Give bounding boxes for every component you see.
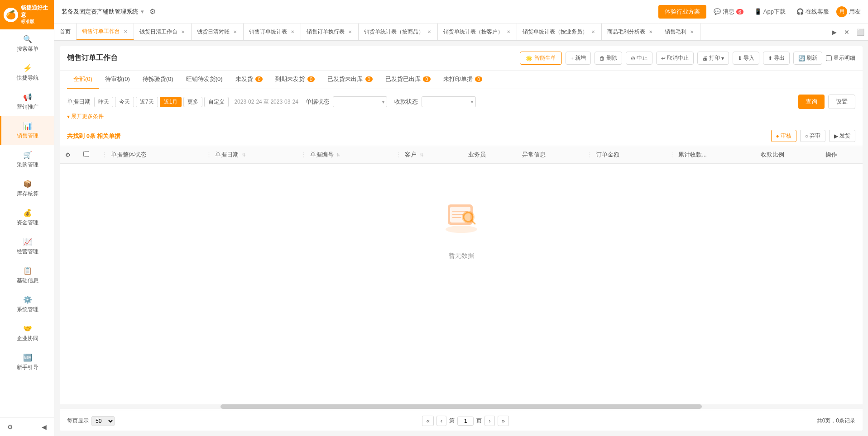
audit-button[interactable]: ● 审核 — [771, 130, 796, 142]
subtab-all[interactable]: 全部(0) — [67, 71, 99, 89]
select-all-checkbox[interactable] — [83, 151, 89, 157]
setting-button[interactable]: 设置 — [828, 95, 855, 109]
sidebar-item-quicknav[interactable]: ⚡ 快捷导航 — [0, 58, 54, 87]
sidebar-item-sales[interactable]: 📊 销售管理 — [0, 116, 54, 145]
tab-label: 销售订单工作台 — [82, 28, 120, 35]
tab-sales-summary-customer[interactable]: 销货单统计表（按客户） ✕ — [438, 24, 517, 40]
content-card: 销售订单工作台 🌟 智能生单 + 新增 🗑 删除 ⊘ — [60, 46, 863, 431]
tab-sales-summary-product[interactable]: 销货单统计表（按商品） ✕ — [359, 24, 438, 40]
tab-close-icon[interactable]: ✕ — [689, 29, 695, 35]
show-detail-checkbox[interactable] — [826, 55, 832, 61]
tab-cashflow-daily[interactable]: 钱货日清工作台 ✕ — [134, 24, 192, 40]
online-service-button[interactable]: 🎧 在线客服 — [793, 6, 833, 18]
subtab-shipped-not-out[interactable]: 已发货未出库 0 — [321, 71, 379, 89]
page-size-select[interactable]: 50 10 20 100 — [91, 416, 115, 426]
tab-close-icon[interactable]: ✕ — [347, 29, 353, 35]
sidebar-item-purchase[interactable]: 🛒 采购管理 — [0, 145, 54, 174]
tab-close-all-button[interactable]: ✕ — [840, 27, 853, 38]
show-detail-checkbox-label[interactable]: 显示明细 — [826, 54, 855, 62]
date-btn-custom[interactable]: 自定义 — [204, 97, 229, 107]
settings-button[interactable]: ⚙ — [4, 422, 17, 432]
col-status: ⋮ 单据整体状态 — [96, 146, 201, 164]
sidebar-item-search[interactable]: 🔍 搜索菜单 — [0, 29, 54, 58]
payment-select[interactable] — [422, 96, 476, 107]
content-header: 销售订单工作台 🌟 智能生单 + 新增 🗑 删除 ⊘ — [60, 46, 863, 71]
subtab-shipped-out[interactable]: 已发货已出库 0 — [379, 71, 437, 89]
tab-close-icon[interactable]: ✕ — [232, 29, 238, 35]
tab-close-icon[interactable]: ✕ — [123, 28, 128, 34]
tab-sales-summary-staff[interactable]: 销货单统计表（按业务员） ✕ — [517, 24, 602, 40]
stop-button[interactable]: ⊘ 中止 — [626, 52, 652, 65]
tab-sales-stats[interactable]: 销售订单统计表 ✕ — [244, 24, 301, 40]
refresh-button[interactable]: 🔄 刷新 — [793, 52, 822, 65]
message-button[interactable]: 💬 消息 6 — [710, 6, 747, 18]
status-select[interactable] — [333, 96, 387, 107]
column-settings-icon[interactable]: ⚙ — [65, 152, 71, 158]
collapse-sidebar-button[interactable]: ◀ — [38, 422, 50, 432]
cancel-audit-button[interactable]: ○ 弃审 — [800, 130, 825, 142]
date-btn-1month[interactable]: 近1月 — [160, 97, 182, 107]
tab-sales-workbench[interactable]: 销售订单工作台 ✕ — [77, 24, 134, 40]
last-page-button[interactable]: » — [498, 416, 509, 426]
query-button[interactable]: 查询 — [798, 95, 825, 109]
subtab-pending-review[interactable]: 待审核(0) — [99, 71, 136, 89]
tab-close-icon[interactable]: ✕ — [290, 29, 295, 35]
tab-close-icon[interactable]: ✕ — [590, 29, 596, 35]
tab-sales-gross[interactable]: 销售毛利 ✕ — [659, 24, 700, 40]
add-button[interactable]: + 新增 — [566, 52, 591, 65]
sidebar-item-finance[interactable]: 💰 资金管理 — [0, 203, 54, 232]
date-btn-more[interactable]: 更多 — [183, 97, 202, 107]
tab-close-icon[interactable]: ✕ — [506, 29, 511, 35]
expand-conditions-button[interactable]: ▾ 展开更多条件 — [67, 113, 855, 120]
tabs-scroll-right-button[interactable]: ▶ — [828, 27, 840, 38]
sidebar-item-marketing[interactable]: 📢 营销推广 — [0, 87, 54, 116]
industry-solution-button[interactable]: 体验行业方案 — [658, 5, 706, 19]
sidebar-item-system[interactable]: ⚙️ 系统管理 — [0, 290, 54, 319]
cancel-stop-button[interactable]: ↩ 取消中止 — [656, 52, 694, 65]
user-menu[interactable]: 用 用友 — [836, 6, 861, 17]
app-download-button[interactable]: 📱 App下载 — [751, 6, 789, 18]
tab-close-icon[interactable]: ✕ — [648, 29, 653, 35]
tab-close-icon[interactable]: ✕ — [427, 29, 432, 35]
tab-sales-exec[interactable]: 销售订单执行表 ✕ — [301, 24, 359, 40]
subtab-overdue-not-shipped[interactable]: 到期未发货 0 — [269, 71, 321, 89]
print-button[interactable]: 🖨 打印 ▾ — [697, 52, 729, 65]
settings-icon-btn[interactable]: ⚙ — [149, 7, 156, 16]
tab-home[interactable]: 首页 — [54, 24, 77, 40]
delete-button[interactable]: 🗑 删除 — [595, 52, 622, 65]
tab-maximize-button[interactable]: ⬜ — [853, 27, 868, 38]
smart-create-button[interactable]: 🌟 智能生单 — [520, 52, 562, 65]
subtab-shipped-out-label: 已发货已出库 — [385, 76, 421, 82]
next-page-button[interactable]: › — [484, 416, 494, 426]
sidebar-item-operations[interactable]: 📈 经营管理 — [0, 232, 54, 261]
tab-close-icon[interactable]: ✕ — [180, 29, 186, 35]
col-amount: ⋮ 订单金额 — [581, 146, 664, 164]
sidebar-item-inventory[interactable]: 📦 库存核算 — [0, 174, 54, 203]
first-page-button[interactable]: « — [422, 416, 433, 426]
sidebar-item-basic[interactable]: 📋 基础信息 — [0, 261, 54, 290]
scroll-thumb[interactable] — [221, 404, 702, 409]
subtab-not-printed[interactable]: 未打印单据 0 — [437, 71, 489, 89]
sidebar-item-guide[interactable]: 🆕 新手引导 — [0, 348, 54, 377]
subtab-wangpu-pending[interactable]: 旺铺待发货(0) — [180, 71, 229, 89]
date-buttons: 昨天 今天 近7天 近1月 更多 自定义 — [94, 97, 229, 107]
subtab-pending-check[interactable]: 待拣验货(0) — [136, 71, 180, 89]
import-button[interactable]: ⬇ 导入 — [733, 52, 759, 65]
date-btn-7days[interactable]: 近7天 — [136, 97, 158, 107]
ship-button[interactable]: ▶ 发货 — [829, 130, 855, 142]
page-number-input[interactable] — [457, 417, 474, 426]
sidebar-item-label: 销售管理 — [17, 132, 38, 140]
horizontal-scrollbar[interactable] — [60, 404, 863, 409]
sidebar-item-enterprise[interactable]: 🤝 企业协同 — [0, 319, 54, 348]
date-btn-today[interactable]: 今天 — [115, 97, 134, 107]
subtab-not-shipped[interactable]: 未发货 0 — [229, 71, 269, 89]
expand-label: 展开更多条件 — [71, 113, 104, 120]
tab-cashflow-reconcile[interactable]: 钱货日清对账 ✕ — [192, 24, 244, 40]
tab-gross-analysis[interactable]: 商品毛利分析表 ✕ — [602, 24, 659, 40]
table-scroll[interactable]: ⚙ ⋮ 单据整体状态 ⋮ — [60, 146, 863, 403]
pagination: 每页显示 50 10 20 100 « ‹ 第 页 — [60, 411, 863, 431]
date-btn-yesterday[interactable]: 昨天 — [94, 97, 113, 107]
sub-tabs: 全部(0) 待审核(0) 待拣验货(0) 旺铺待发货(0) 未发货 0 到期未发… — [60, 71, 863, 89]
prev-page-button[interactable]: ‹ — [436, 416, 446, 426]
export-button[interactable]: ⬆ 导出 — [763, 52, 790, 65]
